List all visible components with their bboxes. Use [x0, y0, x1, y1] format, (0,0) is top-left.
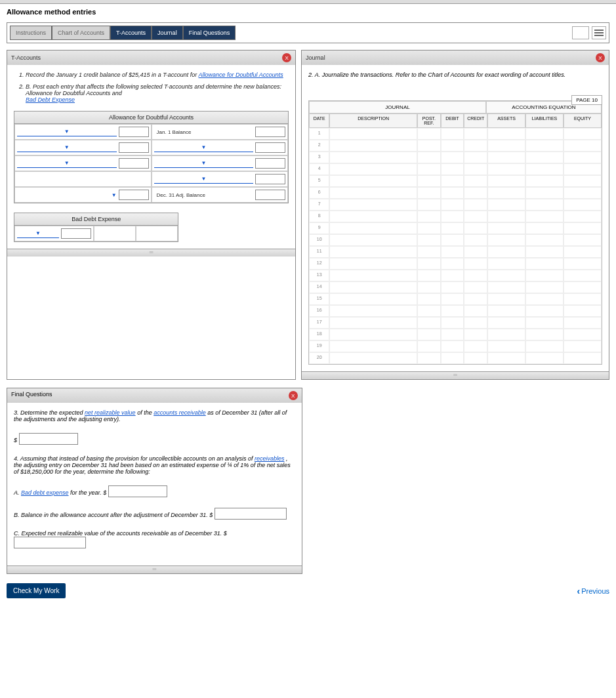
cell-debit[interactable]	[441, 293, 464, 305]
cell-description[interactable]	[329, 128, 417, 140]
journal-row[interactable]: 20	[309, 352, 602, 364]
cell-debit[interactable]	[441, 270, 464, 281]
cell-description[interactable]	[329, 222, 417, 234]
cell-post-ref[interactable]	[417, 234, 441, 246]
cell-equity[interactable]	[564, 281, 602, 293]
cell-description[interactable]	[329, 175, 417, 187]
cell-equity[interactable]	[564, 329, 602, 340]
cell-equity[interactable]	[564, 340, 602, 352]
cell-credit[interactable]	[464, 329, 487, 340]
cell-debit[interactable]	[441, 163, 464, 175]
cell-liabilities[interactable]	[525, 187, 564, 199]
cell-assets[interactable]	[487, 258, 525, 270]
q4b-input[interactable]	[215, 508, 287, 520]
cell-debit[interactable]	[441, 211, 464, 222]
cell-equity[interactable]	[564, 163, 602, 175]
cell-equity[interactable]	[564, 258, 602, 270]
cell-credit[interactable]	[464, 222, 487, 234]
account-dropdown[interactable]: ▼	[17, 127, 117, 136]
cell-assets[interactable]	[487, 317, 525, 329]
cell-description[interactable]	[329, 258, 417, 270]
tab-chart-of-accounts[interactable]: Chart of Accounts	[52, 26, 110, 40]
cell-description[interactable]	[329, 152, 417, 163]
cell-assets[interactable]	[487, 222, 525, 234]
amount-input[interactable]	[255, 158, 285, 169]
amount-input[interactable]	[255, 142, 285, 153]
cell-liabilities[interactable]	[525, 211, 564, 222]
account-dropdown[interactable]: ▼	[17, 159, 117, 168]
receivables-link[interactable]: receivables	[255, 455, 285, 462]
journal-row[interactable]: 11	[309, 246, 602, 258]
cell-post-ref[interactable]	[417, 340, 441, 352]
cell-equity[interactable]	[564, 293, 602, 305]
cell-assets[interactable]	[487, 163, 525, 175]
previous-link[interactable]: ‹ Previous	[577, 586, 609, 596]
cell-debit[interactable]	[441, 352, 464, 364]
cell-credit[interactable]	[464, 152, 487, 163]
tab-journal[interactable]: Journal	[152, 26, 183, 40]
toolbar-box[interactable]	[572, 26, 589, 39]
cell-credit[interactable]	[464, 281, 487, 293]
cell-assets[interactable]	[487, 270, 525, 281]
tab-final-questions[interactable]: Final Questions	[183, 26, 236, 40]
close-icon[interactable]: X	[282, 53, 291, 62]
journal-row[interactable]: 12	[309, 258, 602, 270]
cell-description[interactable]	[329, 140, 417, 152]
cell-liabilities[interactable]	[525, 246, 564, 258]
cell-liabilities[interactable]	[525, 234, 564, 246]
cell-debit[interactable]	[441, 140, 464, 152]
tab-instructions[interactable]: Instructions	[10, 26, 52, 40]
cell-description[interactable]	[329, 199, 417, 211]
journal-row[interactable]: 13	[309, 270, 602, 281]
chevron-down-icon[interactable]: ▼	[112, 192, 117, 198]
bad-debt-link[interactable]: Bad Debt Expense	[26, 96, 75, 103]
account-dropdown[interactable]: ▼	[154, 143, 254, 152]
cell-post-ref[interactable]	[417, 258, 441, 270]
cell-equity[interactable]	[564, 211, 602, 222]
cell-description[interactable]	[329, 187, 417, 199]
cell-description[interactable]	[329, 329, 417, 340]
cell-credit[interactable]	[464, 175, 487, 187]
cell-assets[interactable]	[487, 199, 525, 211]
cell-credit[interactable]	[464, 317, 487, 329]
journal-row[interactable]: 18	[309, 329, 602, 340]
cell-post-ref[interactable]	[417, 211, 441, 222]
cell-liabilities[interactable]	[525, 128, 564, 140]
cell-description[interactable]	[329, 293, 417, 305]
cell-post-ref[interactable]	[417, 270, 441, 281]
cell-liabilities[interactable]	[525, 293, 564, 305]
cell-credit[interactable]	[464, 246, 487, 258]
cell-post-ref[interactable]	[417, 329, 441, 340]
cell-description[interactable]	[329, 211, 417, 222]
cell-assets[interactable]	[487, 340, 525, 352]
cell-liabilities[interactable]	[525, 329, 564, 340]
cell-assets[interactable]	[487, 305, 525, 317]
cell-assets[interactable]	[487, 352, 525, 364]
account-dropdown[interactable]: ▼	[154, 159, 254, 168]
journal-row[interactable]: 1	[309, 128, 602, 140]
q4a-input[interactable]	[108, 485, 167, 497]
amount-input[interactable]	[119, 142, 149, 153]
cell-description[interactable]	[329, 270, 417, 281]
cell-equity[interactable]	[564, 128, 602, 140]
amount-input[interactable]	[119, 127, 149, 137]
cell-debit[interactable]	[441, 317, 464, 329]
cell-liabilities[interactable]	[525, 270, 564, 281]
cell-post-ref[interactable]	[417, 163, 441, 175]
cell-post-ref[interactable]	[417, 187, 441, 199]
check-my-work-button[interactable]: Check My Work	[7, 583, 66, 598]
cell-equity[interactable]	[564, 234, 602, 246]
cell-equity[interactable]	[564, 305, 602, 317]
cell-liabilities[interactable]	[525, 199, 564, 211]
cell-equity[interactable]	[564, 246, 602, 258]
tab-t-accounts[interactable]: T-Accounts	[110, 26, 152, 40]
cell-equity[interactable]	[564, 317, 602, 329]
cell-credit[interactable]	[464, 211, 487, 222]
cell-liabilities[interactable]	[525, 222, 564, 234]
account-dropdown[interactable]: ▼	[17, 229, 59, 238]
cell-post-ref[interactable]	[417, 317, 441, 329]
cell-debit[interactable]	[441, 329, 464, 340]
cell-assets[interactable]	[487, 246, 525, 258]
bad-debt-expense-link[interactable]: Bad debt expense	[21, 489, 69, 496]
cell-debit[interactable]	[441, 234, 464, 246]
